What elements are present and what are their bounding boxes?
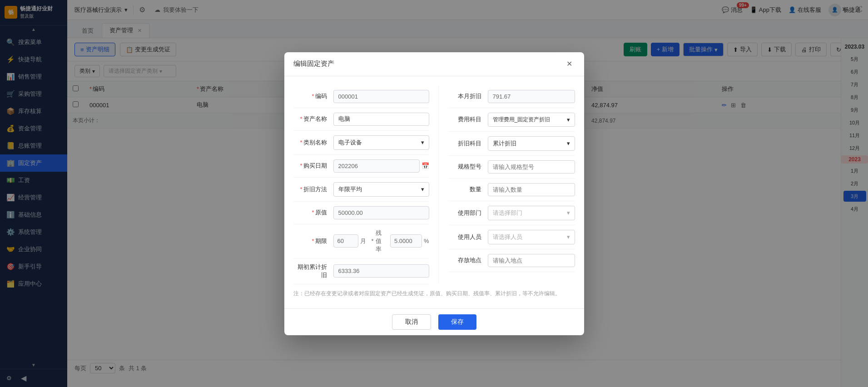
depreciation-subject-arrow: ▾ [567, 140, 570, 147]
form-row-expense-subject: 费用科目 管理费用_固定资产折旧 ▾ [448, 108, 575, 132]
initial-dep-input[interactable] [333, 264, 429, 278]
edit-asset-modal: 编辑固定资产 ✕ *编码 *资产名称 [284, 52, 584, 335]
form-row-department: 使用部门 请选择部门 ▾ [448, 201, 575, 225]
expense-subject-select[interactable]: 管理费用_固定资产折旧 ▾ [488, 113, 575, 127]
form-row-initial-dep: 期初累计折旧 [293, 258, 429, 284]
quantity-input[interactable] [488, 183, 575, 196]
modal-body: *编码 *资产名称 *类别名称 [284, 76, 584, 308]
depreciation-method-arrow: ▾ [421, 186, 424, 193]
modal-form-grid: *编码 *资产名称 *类别名称 [293, 85, 575, 284]
quantity-label: 数量 [448, 185, 484, 194]
purchase-date-wrap: 📅 [333, 159, 429, 173]
depreciation-subject-select[interactable]: 累计折旧 ▾ [488, 136, 575, 151]
expense-subject-label: 费用科目 [448, 115, 484, 124]
form-row-purchase-date: *购买日期 📅 [293, 155, 429, 178]
monthly-dep-input [488, 90, 575, 103]
expense-subject-arrow: ▾ [567, 116, 570, 123]
residual-rate-label: 残值率 [376, 229, 387, 253]
monthly-dep-label: 本月折旧 [448, 92, 484, 100]
purchase-date-input[interactable] [333, 159, 420, 173]
residual-rate-input[interactable] [390, 234, 422, 248]
period-label: *期限 [293, 237, 330, 245]
expense-subject-value: 管理费用_固定资产折旧 [493, 116, 551, 124]
asset-name-input[interactable] [333, 113, 429, 126]
depreciation-method-label: *折旧方法 [293, 185, 330, 194]
form-left-column: *编码 *资产名称 *类别名称 [293, 85, 439, 284]
period-wrap: 月 * 残值率 % [333, 229, 429, 253]
department-placeholder: 请选择部门 [493, 209, 522, 217]
personnel-arrow: ▾ [567, 233, 570, 240]
category-select[interactable]: 电子设备 ▾ [333, 135, 429, 150]
form-row-asset-name: *资产名称 [293, 108, 429, 131]
original-value-label: *原值 [293, 208, 330, 217]
code-label: *编码 [293, 92, 330, 100]
form-row-personnel: 使用人员 请选择人员 ▾ [448, 225, 575, 249]
category-select-arrow: ▾ [421, 139, 424, 146]
form-row-quantity: 数量 [448, 179, 575, 201]
purchase-date-label: *购买日期 [293, 162, 330, 170]
personnel-label: 使用人员 [448, 233, 484, 241]
asset-name-label: *资产名称 [293, 115, 330, 123]
initial-dep-label: 期初累计折旧 [293, 263, 330, 279]
form-row-monthly-dep: 本月折旧 [448, 85, 575, 108]
period-unit: 月 [360, 237, 366, 245]
modal-title: 编辑固定资产 [293, 60, 334, 68]
form-row-location: 存放地点 [448, 249, 575, 272]
modal-overlay: 编辑固定资产 ✕ *编码 *资产名称 [0, 0, 868, 387]
residual-rate-unit: % [424, 238, 429, 244]
save-button[interactable]: 保存 [438, 314, 476, 330]
department-arrow: ▾ [567, 209, 570, 216]
form-note: 注：已经存在变更记录或者对应固定资产已经生成凭证，原值、购买日期、残值率、累计折… [293, 284, 575, 299]
depreciation-subject-label: 折旧科目 [448, 139, 484, 148]
residual-rate-req: * [372, 238, 374, 244]
category-form-label: *类别名称 [293, 139, 330, 147]
depreciation-method-value: 年限平均 [338, 185, 362, 194]
code-input[interactable] [333, 90, 429, 103]
location-input[interactable] [488, 254, 575, 267]
form-row-depreciation-method: *折旧方法 年限平均 ▾ [293, 178, 429, 202]
form-row-code: *编码 [293, 85, 429, 108]
original-value-input[interactable] [333, 206, 429, 219]
form-row-category: *类别名称 电子设备 ▾ [293, 131, 429, 155]
modal-close-btn[interactable]: ✕ [564, 59, 575, 69]
form-row-period-residual: *期限 月 * 残值率 % [293, 224, 429, 258]
depreciation-subject-value: 累计折旧 [493, 139, 516, 148]
location-label: 存放地点 [448, 256, 484, 264]
spec-label: 规格型号 [448, 163, 484, 171]
form-row-spec: 规格型号 [448, 156, 575, 179]
form-row-original-value: *原值 [293, 202, 429, 224]
cancel-button[interactable]: 取消 [392, 314, 431, 330]
form-row-depreciation-subject: 折旧科目 累计折旧 ▾ [448, 132, 575, 156]
form-right-column: 本月折旧 费用科目 管理费用_固定资产折旧 ▾ [439, 85, 575, 284]
personnel-placeholder: 请选择人员 [493, 233, 522, 241]
spec-input[interactable] [488, 160, 575, 174]
department-select[interactable]: 请选择部门 ▾ [488, 206, 575, 220]
depreciation-method-select[interactable]: 年限平均 ▾ [333, 182, 429, 197]
department-label: 使用部门 [448, 209, 484, 217]
calendar-icon[interactable]: 📅 [422, 162, 429, 169]
modal-footer: 取消 保存 [284, 308, 584, 335]
category-select-value: 电子设备 [338, 139, 362, 147]
personnel-select[interactable]: 请选择人员 ▾ [488, 230, 575, 244]
modal-header: 编辑固定资产 ✕ [284, 52, 584, 76]
period-input[interactable] [333, 234, 358, 248]
